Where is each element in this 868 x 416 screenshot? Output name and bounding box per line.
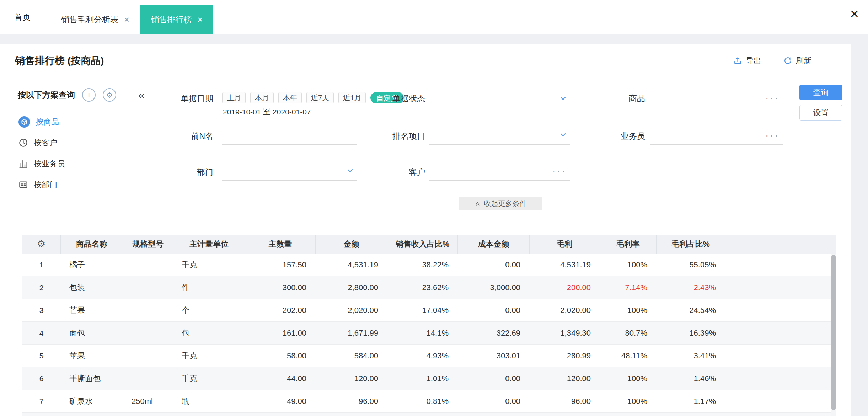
refresh-icon	[783, 56, 792, 65]
more-icon[interactable]: ···	[765, 130, 779, 140]
window-close-icon[interactable]: ×	[850, 6, 859, 21]
table-cell: 2,020.00	[316, 306, 387, 315]
table-cell: 矿泉水	[61, 396, 123, 407]
scheme-item-by-department[interactable]: 按部门	[11, 174, 149, 195]
table-cell: 96.00	[316, 397, 387, 406]
table-cell: 120.00	[530, 374, 600, 383]
department-label: 部门	[156, 166, 213, 178]
more-icon[interactable]: ···	[552, 166, 567, 176]
product-picker[interactable]: ···	[650, 92, 783, 109]
table-cell: 3,000.00	[458, 283, 530, 292]
more-icon[interactable]: ···	[765, 93, 779, 103]
table-cell: 1.46%	[657, 374, 725, 383]
scheme-settings-button[interactable]: ⚙	[103, 88, 116, 102]
chevron-down-icon[interactable]	[559, 130, 567, 139]
collapse-more-label: 收起更多条件	[484, 199, 527, 208]
table-header-row: ⚙ 商品名称 规格型号 主计量单位 主数量 金额 销售收入占比% 成本金额 毛利…	[22, 235, 836, 254]
column-header-revenue-ratio: 销售收入占比%	[387, 235, 458, 254]
page-header: 销售排行榜 (按商品) 导出 刷新	[0, 44, 851, 78]
table-row[interactable]: 1橘子千克157.504,531.1938.22%0.004,531.19100…	[22, 254, 836, 276]
chevron-down-icon[interactable]	[346, 166, 354, 175]
column-header-main-qty: 主数量	[245, 235, 316, 254]
scheme-item-label: 按业务员	[34, 159, 65, 169]
collapse-panel-icon[interactable]: «	[138, 89, 145, 101]
product-label: 商品	[590, 92, 645, 105]
customer-label: 客户	[368, 166, 425, 178]
doc-status-label: 单据状态	[368, 92, 425, 105]
scheme-item-label: 按商品	[36, 117, 59, 127]
table-row[interactable]: 6手撕面包千克44.00120.001.01%0.00120.00100%1.4…	[22, 367, 836, 390]
customer-picker[interactable]: ···	[429, 166, 570, 181]
scheme-item-by-salesman[interactable]: 按业务员	[11, 153, 149, 174]
table-cell: 4	[22, 329, 61, 337]
table-cell: 44.00	[245, 374, 316, 383]
scrollbar-thumb[interactable]	[831, 255, 836, 410]
table-cell: 0.00	[458, 374, 530, 383]
add-scheme-button[interactable]: +	[82, 88, 96, 102]
tab-gross-profit-report[interactable]: 销售毛利分析表 ×	[50, 5, 140, 34]
scheme-item-by-product[interactable]: 按商品	[11, 111, 149, 132]
table-cell: 橘子	[61, 260, 123, 270]
scheme-item-by-customer[interactable]: 按客户	[11, 132, 149, 153]
tab-home[interactable]: 首页	[14, 0, 31, 34]
department-select[interactable]	[222, 166, 357, 181]
gear-icon: ⚙	[106, 91, 113, 99]
doc-status-select[interactable]	[429, 92, 570, 109]
table-cell: 3.41%	[657, 351, 725, 361]
settings-button[interactable]: 设置	[799, 105, 842, 121]
table-row[interactable]: 4面包包161.001,671.9914.1%322.691,349.3080.…	[22, 322, 836, 345]
table-cell: 14.1%	[387, 329, 458, 338]
preset-this-year[interactable]: 本年	[278, 92, 302, 103]
column-header-gross-profit: 毛利	[530, 235, 600, 254]
filter-section: 按以下方案查询 + ⚙ « 按商品	[0, 78, 851, 213]
table-cell: 个	[173, 305, 245, 316]
column-header-gross-margin: 毛利率	[600, 235, 657, 254]
salesman-label: 业务员	[590, 130, 645, 143]
doc-date-label: 单据日期	[156, 92, 213, 105]
top-n-input[interactable]	[222, 130, 357, 145]
table-row[interactable]: 3芒果个202.002,020.0017.04%0.002,020.00100%…	[22, 299, 836, 322]
table-cell: 100%	[600, 397, 657, 406]
tab-close-icon[interactable]: ×	[124, 15, 129, 24]
table-cell: 2,800.00	[316, 283, 387, 292]
column-settings-button[interactable]: ⚙	[22, 235, 61, 254]
table-cell: 1.01%	[387, 374, 458, 383]
table-cell: 49.00	[245, 397, 316, 406]
date-range-value[interactable]: 2019-10-01 至 2020-01-07	[223, 107, 311, 117]
table-cell: 100%	[600, 260, 657, 270]
preset-last-month[interactable]: 上月	[222, 92, 246, 103]
collapse-more-conditions-button[interactable]: 收起更多条件	[459, 197, 542, 210]
preset-last-1-month[interactable]: 近1月	[338, 92, 366, 103]
cube-icon	[18, 116, 30, 128]
preset-last-7-days[interactable]: 近7天	[306, 92, 334, 103]
table-cell: 100%	[600, 306, 657, 315]
column-header-cost-amount: 成本金额	[458, 235, 530, 254]
tab-close-icon[interactable]: ×	[197, 15, 203, 24]
salesman-picker[interactable]: ···	[650, 130, 783, 145]
table-cell: 250ml	[123, 397, 173, 406]
column-header-amount: 金额	[316, 235, 387, 254]
table-row[interactable]: 7矿泉水250ml瓶49.0096.000.81%0.0096.00100%1.…	[22, 390, 836, 413]
table-cell: 3	[22, 306, 61, 315]
table-row[interactable]: 2包装件300.002,800.0023.62%3,000.00-200.00-…	[22, 276, 836, 299]
scheme-panel: 按以下方案查询 + ⚙ « 按商品	[11, 78, 149, 213]
table-cell: 4,531.19	[530, 260, 600, 270]
chevron-down-icon[interactable]	[559, 94, 567, 103]
tab-label: 销售排行榜	[151, 14, 192, 25]
query-button[interactable]: 查询	[799, 85, 842, 100]
table-cell: 6	[22, 374, 61, 383]
column-header-filler	[725, 235, 836, 254]
rank-item-select[interactable]	[429, 130, 570, 145]
table-cell: 303.01	[458, 351, 530, 361]
export-button[interactable]: 导出	[733, 55, 761, 66]
vertical-scrollbar[interactable]	[831, 254, 836, 416]
table-cell: 0.00	[458, 306, 530, 315]
table-cell: 202.00	[245, 306, 316, 315]
refresh-button[interactable]: 刷新	[783, 55, 811, 66]
table-cell: 2	[22, 283, 61, 292]
preset-this-month[interactable]: 本月	[250, 92, 274, 103]
tab-sales-ranking[interactable]: 销售排行榜 ×	[140, 5, 213, 34]
plus-icon: +	[86, 91, 91, 99]
table-row[interactable]: 5苹果千克58.00584.004.93%303.01280.9948.11%3…	[22, 345, 836, 367]
column-header-profit-ratio: 毛利占比%	[657, 235, 725, 254]
